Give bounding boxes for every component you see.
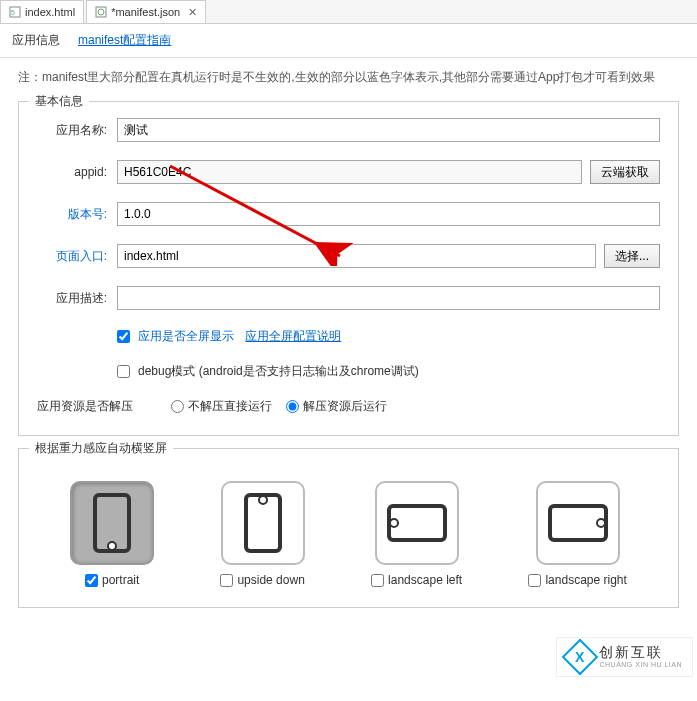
row-debug: debug模式 (android是否支持日志输出及chrome调试) xyxy=(117,363,660,380)
label-app-name: 应用名称: xyxy=(37,122,107,139)
json-file-icon xyxy=(95,6,107,18)
label-appid: appid: xyxy=(37,165,107,179)
upside-down-icon xyxy=(221,481,305,565)
landscape-right-label: landscape right xyxy=(545,573,626,587)
checkbox-landscape-left[interactable] xyxy=(371,574,384,587)
row-resource: 应用资源是否解压 不解压直接运行 解压资源后运行 xyxy=(37,398,660,415)
orient-upside-down[interactable]: upside down xyxy=(220,481,304,587)
row-appid: appid: 云端获取 xyxy=(37,160,660,184)
checkbox-debug[interactable] xyxy=(117,365,130,378)
sub-tabs: 应用信息 manifest配置指南 xyxy=(0,24,697,58)
radio-extract[interactable]: 解压资源后运行 xyxy=(286,398,387,415)
portrait-icon xyxy=(70,481,154,565)
cloud-fetch-button[interactable]: 云端获取 xyxy=(590,160,660,184)
tab-manifest-json[interactable]: *manifest.json ✕ xyxy=(86,0,206,23)
radio-extract-input[interactable] xyxy=(286,400,299,413)
row-desc: 应用描述: xyxy=(37,286,660,310)
upside-down-label: upside down xyxy=(237,573,304,587)
close-icon[interactable]: ✕ xyxy=(188,6,197,19)
portrait-check[interactable]: portrait xyxy=(85,573,139,587)
file-tabs-bar: 5 index.html *manifest.json ✕ xyxy=(0,0,697,24)
watermark-text: 创新互联 CHUANG XIN HU LIAN xyxy=(599,645,682,668)
svg-text:5: 5 xyxy=(11,9,15,16)
input-app-name[interactable] xyxy=(117,118,660,142)
input-appid[interactable] xyxy=(117,160,582,184)
row-entry: 页面入口: 选择... xyxy=(37,244,660,268)
link-manifest-guide[interactable]: manifest配置指南 xyxy=(78,32,171,49)
radio-no-extract-input[interactable] xyxy=(171,400,184,413)
checkbox-portrait[interactable] xyxy=(85,574,98,587)
tab-manifest-label: *manifest.json xyxy=(111,6,180,18)
input-entry[interactable] xyxy=(117,244,596,268)
label-desc: 应用描述: xyxy=(37,290,107,307)
upside-down-check[interactable]: upside down xyxy=(220,573,304,587)
input-version[interactable] xyxy=(117,202,660,226)
landscape-left-check[interactable]: landscape left xyxy=(371,573,462,587)
label-entry: 页面入口: xyxy=(37,248,107,265)
orientation-grid: portrait upside down landscape left xyxy=(37,465,660,587)
orient-landscape-left[interactable]: landscape left xyxy=(371,481,462,587)
orientation-fieldset: 根据重力感应自动横竖屏 portrait upside down xyxy=(18,448,679,608)
watermark-en: CHUANG XIN HU LIAN xyxy=(599,661,682,669)
orient-portrait[interactable]: portrait xyxy=(70,481,154,587)
landscape-left-icon xyxy=(375,481,459,565)
watermark: X 创新互联 CHUANG XIN HU LIAN xyxy=(556,637,693,677)
input-desc[interactable] xyxy=(117,286,660,310)
portrait-label: portrait xyxy=(102,573,139,587)
radio-no-extract[interactable]: 不解压直接运行 xyxy=(171,398,272,415)
link-fullscreen-doc[interactable]: 应用全屏配置说明 xyxy=(245,328,341,345)
basic-info-legend: 基本信息 xyxy=(29,93,89,110)
row-fullscreen: 应用是否全屏显示 应用全屏配置说明 xyxy=(117,328,660,345)
orientation-legend: 根据重力感应自动横竖屏 xyxy=(29,440,173,457)
tab-index-label: index.html xyxy=(25,6,75,18)
watermark-logo-icon: X xyxy=(562,639,599,676)
label-fullscreen: 应用是否全屏显示 xyxy=(138,328,234,345)
label-version: 版本号: xyxy=(37,206,107,223)
landscape-left-label: landscape left xyxy=(388,573,462,587)
radio-extract-label: 解压资源后运行 xyxy=(303,398,387,415)
checkbox-fullscreen[interactable] xyxy=(117,330,130,343)
select-button[interactable]: 选择... xyxy=(604,244,660,268)
basic-info-fieldset: 基本信息 应用名称: appid: 云端获取 版本号: 页面入口: 选择... … xyxy=(18,101,679,436)
row-app-name: 应用名称: xyxy=(37,118,660,142)
label-resource: 应用资源是否解压 xyxy=(37,398,157,415)
radio-no-extract-label: 不解压直接运行 xyxy=(188,398,272,415)
watermark-cn: 创新互联 xyxy=(599,645,682,660)
label-debug: debug模式 (android是否支持日志输出及chrome调试) xyxy=(138,363,419,380)
landscape-right-check[interactable]: landscape right xyxy=(528,573,626,587)
checkbox-landscape-right[interactable] xyxy=(528,574,541,587)
landscape-right-icon xyxy=(536,481,620,565)
tab-index-html[interactable]: 5 index.html xyxy=(0,0,84,23)
row-version: 版本号: xyxy=(37,202,660,226)
orient-landscape-right[interactable]: landscape right xyxy=(528,481,626,587)
html-file-icon: 5 xyxy=(9,6,21,18)
info-note: 注：manifest里大部分配置在真机运行时是不生效的,生效的部分以蓝色字体表示… xyxy=(0,58,697,97)
checkbox-upside-down[interactable] xyxy=(220,574,233,587)
tab-app-info[interactable]: 应用信息 xyxy=(12,32,60,49)
